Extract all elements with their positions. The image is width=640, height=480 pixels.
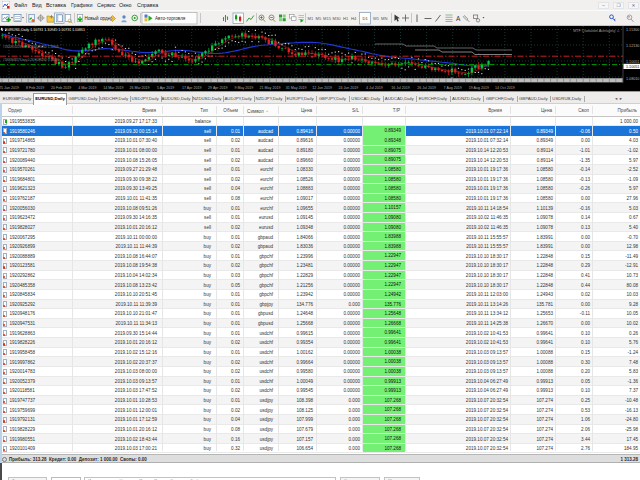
- svg-text:19 Aug 2019: 19 Aug 2019: [469, 86, 489, 90]
- svg-text:EURUSD,Daily 1.10731 1.10945: EURUSD,Daily 1.10731 1.10945 1.10731 1.1…: [5, 28, 85, 32]
- svg-text:MN: MN: [381, 16, 387, 21]
- svg-text:5 Apr 2019: 5 Apr 2019: [157, 86, 174, 90]
- svg-text:H4: H4: [351, 16, 357, 21]
- svg-text:Новый ордер: Новый ордер: [85, 15, 114, 21]
- svg-text:25 Jan 2019: 25 Jan 2019: [0, 86, 19, 90]
- svg-text:M5: M5: [316, 16, 322, 21]
- svg-text:31 May 2019: 31 May 2019: [286, 86, 307, 90]
- svg-text:1.08010: 1.08010: [626, 77, 639, 81]
- svg-text:29 Apr 2019: 29 Apr 2019: [208, 86, 227, 90]
- svg-text:M1: M1: [308, 16, 314, 21]
- svg-text:Авто-торговля: Авто-торговля: [155, 16, 186, 21]
- svg-text:1.10051: 1.10051: [626, 65, 639, 69]
- svg-text:#1920948176 buy 0.26 EURUSD 1.: #1920948176 buy 0.26 EURUSD 1.10051: [3, 58, 59, 62]
- svg-text:A: A: [456, 15, 461, 22]
- svg-text:MTF Quotation Averaging ☺: MTF Quotation Averaging ☺: [573, 29, 620, 33]
- svg-text:D1: D1: [363, 16, 369, 21]
- svg-text:1.10051: 1.10051: [626, 60, 639, 64]
- svg-text:12 Jun 2019: 12 Jun 2019: [312, 86, 332, 90]
- svg-text:14 Mar 2019: 14 Mar 2019: [103, 86, 123, 90]
- svg-text:M15: M15: [323, 16, 332, 21]
- svg-text:17 Apr 2019: 17 Apr 2019: [182, 86, 201, 90]
- svg-text:H1: H1: [343, 16, 349, 21]
- svg-text:8 Feb 2019: 8 Feb 2019: [26, 86, 44, 90]
- svg-text:20 Feb 2019: 20 Feb 2019: [51, 86, 71, 90]
- svg-text:14 Oct 2019: 14 Oct 2019: [495, 86, 515, 90]
- svg-text:M30: M30: [333, 16, 342, 21]
- svg-text:1.12130: 1.12130: [626, 44, 639, 48]
- svg-text:W1: W1: [373, 16, 380, 21]
- svg-text:1.15300: 1.15300: [626, 28, 639, 32]
- svg-text:9 May 2019: 9 May 2019: [235, 86, 254, 90]
- svg-text:24 Jun 2019: 24 Jun 2019: [338, 86, 358, 90]
- svg-text:26 Jul 2019: 26 Jul 2019: [417, 86, 436, 90]
- svg-text:4 Mar 2019: 4 Mar 2019: [78, 86, 96, 90]
- svg-text:16 Jul 2019: 16 Jul 2019: [391, 86, 410, 90]
- svg-text:7 Aug 2019: 7 Aug 2019: [444, 86, 462, 90]
- svg-text:26 Mar 2019: 26 Mar 2019: [129, 86, 149, 90]
- svg-text:4 Jul 2019: 4 Jul 2019: [366, 86, 383, 90]
- svg-text:21 May 2019: 21 May 2019: [260, 86, 281, 90]
- svg-text:#1920910226 sell 0.26 EURUSD 1: #1920910226 sell 0.26 EURUSD 1.11503: [3, 45, 59, 49]
